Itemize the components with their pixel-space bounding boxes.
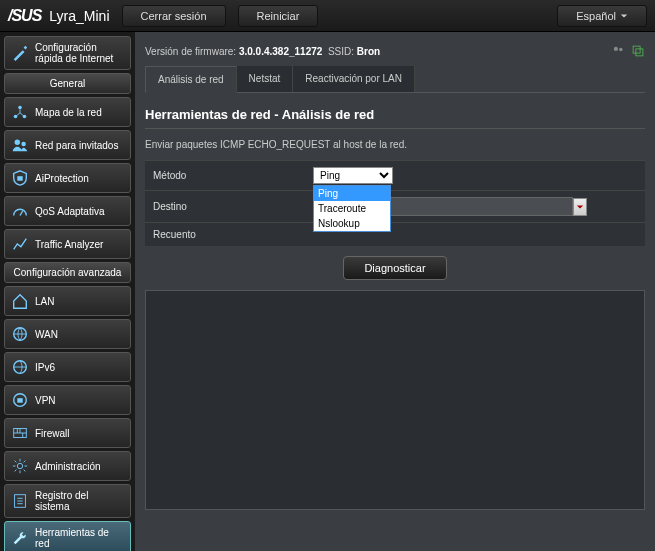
general-header: General	[4, 73, 131, 94]
sidebar-item-firewall[interactable]: Firewall	[4, 418, 131, 448]
ssid-label: SSID:	[328, 46, 354, 57]
sidebar-item-ipv6[interactable]: IPv6	[4, 352, 131, 382]
sidebar-label: Registro del sistema	[35, 490, 124, 512]
method-dropdown: Ping Traceroute Nslookup	[313, 185, 391, 232]
advanced-header: Configuración avanzada	[4, 262, 131, 283]
svg-point-14	[619, 48, 623, 52]
sidebar-item-syslog[interactable]: Registro del sistema	[4, 484, 131, 518]
quick-setup-button[interactable]: Configuración rápida de Internet	[4, 36, 131, 70]
method-select[interactable]: Ping	[313, 167, 393, 184]
sidebar-item-lan[interactable]: LAN	[4, 286, 131, 316]
guest-icon	[11, 136, 29, 154]
sidebar-label: Firewall	[35, 428, 69, 439]
output-area	[145, 290, 645, 510]
method-option-nslookup[interactable]: Nslookup	[314, 216, 390, 231]
wand-icon	[11, 44, 29, 62]
chart-icon	[11, 235, 29, 253]
network-map-icon	[11, 103, 29, 121]
svg-rect-5	[17, 176, 22, 181]
sidebar-label: AiProtection	[35, 173, 89, 184]
sidebar-item-vpn[interactable]: VPN	[4, 385, 131, 415]
firmware-version: 3.0.0.4.382_11272	[239, 46, 322, 57]
tabs: Análisis de red Netstat Reactivación por…	[145, 66, 645, 93]
method-option-traceroute[interactable]: Traceroute	[314, 201, 390, 216]
sidebar-item-qos[interactable]: QoS Adaptativa	[4, 196, 131, 226]
language-label: Español	[576, 10, 616, 22]
svg-point-13	[614, 47, 618, 51]
svg-point-4	[21, 142, 26, 147]
destination-label: Destino	[153, 201, 313, 212]
svg-point-0	[18, 106, 22, 110]
restart-button[interactable]: Reiniciar	[238, 5, 319, 27]
main-content: Versión de firmware: 3.0.0.4.382_11272 S…	[135, 32, 655, 551]
sidebar-label: Red para invitados	[35, 140, 118, 151]
brand-logo: /SUS	[8, 7, 41, 25]
firmware-label: Versión de firmware:	[145, 46, 236, 57]
sidebar-item-wan[interactable]: WAN	[4, 319, 131, 349]
tools-icon	[11, 529, 29, 547]
product-name: Lyra_Mini	[49, 8, 109, 24]
sidebar-label: VPN	[35, 395, 56, 406]
home-icon	[11, 292, 29, 310]
sidebar: Configuración rápida de Internet General…	[0, 32, 135, 551]
chevron-down-icon	[620, 12, 628, 20]
quick-setup-label: Configuración rápida de Internet	[35, 42, 124, 64]
method-option-ping[interactable]: Ping	[314, 186, 390, 201]
page-description: Enviar paquetes ICMP ECHO_REQUEST al hos…	[145, 139, 645, 150]
refresh-icon[interactable]	[631, 44, 645, 58]
tab-netstat[interactable]: Netstat	[237, 66, 294, 92]
sidebar-label: QoS Adaptativa	[35, 206, 105, 217]
sidebar-label: Herramientas de red	[35, 527, 124, 549]
diagnose-button[interactable]: Diagnosticar	[343, 256, 446, 280]
sidebar-label: WAN	[35, 329, 58, 340]
page-title: Herramientas de red - Análisis de red	[145, 107, 645, 122]
tab-wol[interactable]: Reactivación por LAN	[293, 66, 415, 92]
gear-icon	[11, 457, 29, 475]
gauge-icon	[11, 202, 29, 220]
method-label: Método	[153, 170, 313, 181]
count-label: Recuento	[153, 229, 313, 240]
globe-icon	[11, 358, 29, 376]
sidebar-item-aiprotection[interactable]: AiProtection	[4, 163, 131, 193]
globe-icon	[11, 325, 29, 343]
sidebar-item-traffic[interactable]: Traffic Analyzer	[4, 229, 131, 259]
ssid-value: Bron	[357, 46, 380, 57]
svg-point-3	[15, 140, 20, 145]
sidebar-label: IPv6	[35, 362, 55, 373]
sidebar-item-network-map[interactable]: Mapa de la red	[4, 97, 131, 127]
svg-rect-16	[636, 49, 643, 56]
sidebar-label: Traffic Analyzer	[35, 239, 103, 250]
destination-dropdown-button[interactable]	[573, 198, 587, 216]
vpn-icon	[11, 391, 29, 409]
language-selector[interactable]: Español	[557, 5, 647, 27]
sidebar-label: Administración	[35, 461, 101, 472]
tab-network-analysis[interactable]: Análisis de red	[145, 66, 237, 93]
chevron-down-icon	[576, 203, 584, 211]
log-icon	[11, 492, 29, 510]
svg-rect-9	[17, 398, 22, 403]
sidebar-item-guest-network[interactable]: Red para invitados	[4, 130, 131, 160]
logout-button[interactable]: Cerrar sesión	[122, 5, 226, 27]
sidebar-label: LAN	[35, 296, 54, 307]
svg-point-11	[17, 463, 22, 468]
sidebar-item-admin[interactable]: Administración	[4, 451, 131, 481]
firewall-icon	[11, 424, 29, 442]
svg-rect-15	[633, 46, 640, 53]
users-icon[interactable]	[611, 44, 625, 58]
sidebar-item-network-tools[interactable]: Herramientas de red	[4, 521, 131, 551]
sidebar-label: Mapa de la red	[35, 107, 102, 118]
shield-icon	[11, 169, 29, 187]
